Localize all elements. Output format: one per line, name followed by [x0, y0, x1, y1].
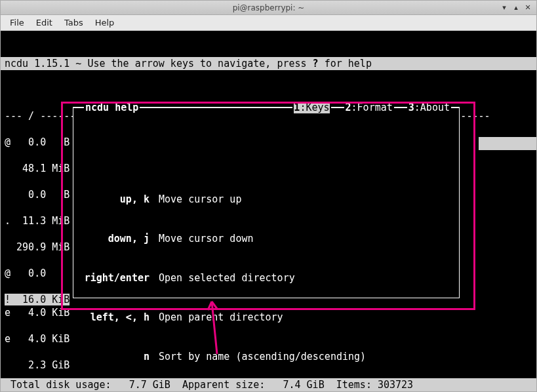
menu-edit[interactable]: Edit: [31, 16, 58, 29]
help-dialog: ncdu help 1:Keys 2:Format 3:About up, kM…: [73, 107, 460, 298]
app-window: pi@raspberrypi: ~ ▾ ▴ ✕ File Edit Tabs H…: [0, 0, 537, 392]
help-row: right/enterOpen selected directory: [80, 271, 452, 284]
help-row: up, kMove cursor up: [80, 193, 452, 206]
window-title: pi@raspberrypi: ~: [233, 3, 305, 12]
help-row: nSort by name (ascending/descending): [80, 350, 452, 363]
menubar: File Edit Tabs Help: [1, 15, 536, 31]
list-item-selected[interactable]: ! 16.0 KiB: [5, 294, 70, 305]
scrollbar-indicator: [479, 137, 536, 150]
help-tab-keys[interactable]: 1:Keys: [292, 101, 330, 114]
help-row: left, <, hOpen parent directory: [80, 311, 452, 324]
close-button[interactable]: ✕: [523, 3, 532, 12]
help-row: down, jMove cursor down: [80, 232, 452, 245]
titlebar: pi@raspberrypi: ~ ▾ ▴ ✕: [1, 1, 536, 15]
menu-tabs[interactable]: Tabs: [59, 16, 89, 29]
maximize-button[interactable]: ▴: [511, 3, 521, 12]
minimize-button[interactable]: ▾: [500, 3, 509, 12]
menu-help[interactable]: Help: [90, 16, 120, 29]
ncdu-header: ncdu 1.15.1 ~ Use the arrow keys to navi…: [1, 57, 536, 70]
ncdu-footer: Total disk usage: 7.7 GiB Apparent size:…: [1, 378, 536, 391]
help-tab-about[interactable]: 3:About: [407, 101, 451, 114]
menu-file[interactable]: File: [5, 16, 30, 29]
help-titlebar: ncdu help 1:Keys 2:Format 3:About: [73, 101, 459, 114]
terminal[interactable]: ncdu 1.15.1 ~ Use the arrow keys to navi…: [1, 31, 536, 391]
help-title: ncdu help: [84, 101, 140, 114]
help-body: up, kMove cursor up down, jMove cursor d…: [73, 147, 459, 391]
help-tab-format[interactable]: 2:Format: [344, 101, 394, 114]
window-controls: ▾ ▴ ✕: [500, 3, 532, 12]
